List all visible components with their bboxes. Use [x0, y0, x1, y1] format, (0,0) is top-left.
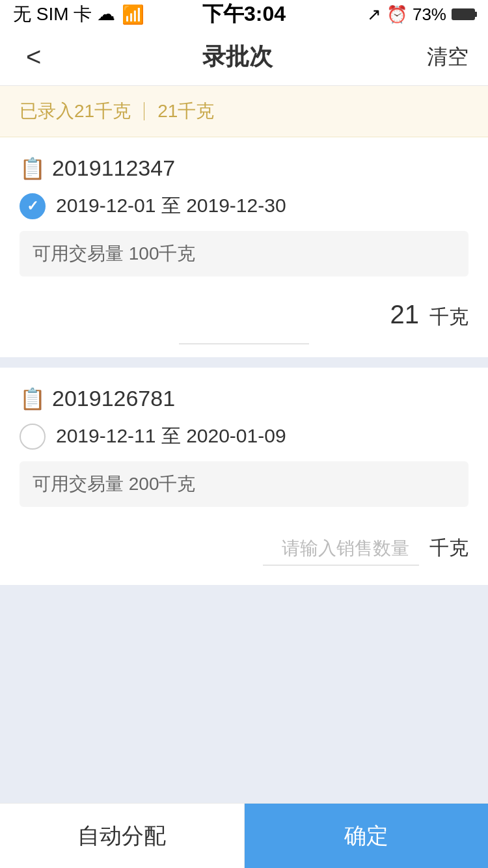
clear-button[interactable]: 清空 [427, 43, 468, 72]
batch-qty-row-2: 可用交易量 200千克 [20, 461, 468, 507]
section-divider [0, 357, 488, 368]
status-time: 下午3:04 [202, 0, 286, 29]
batch-date-row-1[interactable]: 2019-12-01 至 2019-12-30 [0, 187, 488, 224]
batch-date-1: 2019-12-01 至 2019-12-30 [56, 193, 286, 219]
page-title: 录批次 [202, 41, 273, 73]
radio-button-1[interactable] [20, 193, 46, 219]
input-unit-2: 千克 [429, 535, 468, 562]
batch-qty-text-2: 可用交易量 200千克 [33, 474, 196, 494]
bottom-bar: 自动分配 确定 [0, 803, 488, 868]
sim-text: 无 SIM 卡 ☁ [13, 2, 115, 27]
recorded-label: 已录入21千克 [20, 99, 131, 124]
alarm-icon: ⏰ [386, 5, 407, 25]
nav-bar: < 录批次 清空 [0, 29, 488, 86]
battery-percent: 73% [413, 5, 446, 25]
batch-qty-row-1: 可用交易量 100千克 [20, 231, 468, 277]
recorded-value: 21千克 [157, 99, 214, 124]
batch-card-2: 📋 2019126781 2019-12-11 至 2020-01-09 可用交… [0, 368, 488, 585]
amount-unit-1: 千克 [429, 304, 468, 331]
batch-icon-1: 📋 [20, 156, 46, 181]
location-icon: ↗ [367, 5, 381, 25]
status-bar: 无 SIM 卡 ☁ 📶 下午3:04 ↗ ⏰ 73% [0, 0, 488, 29]
input-row-2: 千克 [0, 520, 488, 578]
confirm-button[interactable]: 确定 [245, 804, 489, 868]
batch-header-1: 📋 2019112347 [0, 137, 488, 187]
radio-button-2[interactable] [20, 424, 46, 450]
banner-divider [144, 102, 144, 120]
status-right: ↗ ⏰ 73% [367, 5, 475, 25]
auto-distribute-button[interactable]: 自动分配 [0, 804, 245, 868]
status-left: 无 SIM 卡 ☁ 📶 [13, 2, 144, 27]
batch-card-1: 📋 2019112347 2019-12-01 至 2019-12-30 可用交… [0, 137, 488, 357]
batch-id-1: 2019112347 [52, 156, 175, 181]
batch-header-2: 📋 2019126781 [0, 368, 488, 418]
qty-input-2[interactable] [263, 530, 419, 565]
batch-date-row-2[interactable]: 2019-12-11 至 2020-01-09 [0, 418, 488, 455]
batch-icon-2: 📋 [20, 387, 46, 411]
info-banner: 已录入21千克 21千克 [0, 86, 488, 137]
battery-icon [452, 8, 475, 20]
back-button[interactable]: < [20, 36, 47, 78]
wifi-icon: 📶 [122, 4, 144, 25]
batch-id-2: 2019126781 [52, 386, 175, 411]
amount-row-1: 21 千克 [0, 290, 488, 344]
batch-qty-text-1: 可用交易量 100千克 [33, 243, 196, 264]
batch-date-2: 2019-12-11 至 2020-01-09 [56, 423, 286, 450]
amount-value-1: 21 [390, 300, 420, 329]
